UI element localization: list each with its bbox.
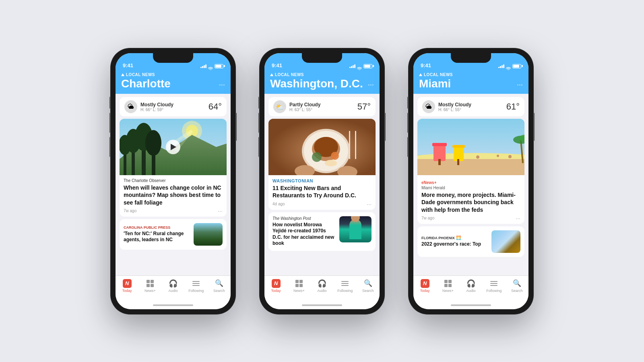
weather-card[interactable]: 🌥 Mostly Cloudy H: 66° L: 59° 64° [120, 97, 227, 116]
article-more-button[interactable]: ··· [516, 215, 520, 221]
tab-today[interactable]: N Today [117, 279, 137, 293]
tab-audio-label: Audio [466, 289, 475, 293]
battery-icon [512, 64, 521, 68]
tab-news-plus[interactable]: News+ [140, 279, 160, 293]
local-news-label: LOCAL NEWS [126, 72, 155, 77]
tab-audio[interactable]: 🎧 Audio [461, 279, 481, 293]
news-image-1 [268, 119, 376, 175]
location-arrow-icon [270, 73, 273, 76]
phone-charlotte: 9:41 LOCAL NEWS [111, 48, 235, 314]
tab-bar: N Today News+ 🎧 Audio Fol [264, 275, 380, 301]
news-card-1[interactable]: WASHINGTONIAN 11 Exciting New Bars and R… [268, 119, 376, 209]
app-header: LOCAL NEWS Charlotte ··· [116, 71, 231, 94]
svg-point-11 [145, 130, 161, 156]
home-indicator [264, 301, 380, 309]
news-card-1[interactable]: The Charlotte Observer When will leaves … [120, 119, 227, 217]
location-arrow-icon [121, 73, 124, 76]
news-image-1 [417, 119, 524, 175]
search-icon: 🔍 [363, 279, 372, 288]
wifi-icon [208, 64, 213, 68]
battery-icon [363, 64, 372, 68]
tab-today[interactable]: N Today [266, 279, 286, 293]
notch [451, 53, 491, 63]
tab-audio-label: Audio [168, 289, 178, 293]
article-headline: 11 Exciting New Bars and Restaurants to … [272, 184, 372, 199]
news-image-1 [120, 119, 227, 175]
enews-badge: eNews+ [421, 180, 437, 185]
svg-rect-34 [452, 145, 465, 148]
publisher-label: WASHINGTONIAN [272, 178, 372, 183]
tab-today-label: Today [420, 289, 430, 293]
tab-following[interactable]: Following [335, 279, 355, 293]
search-icon: 🔍 [512, 279, 521, 288]
weather-card[interactable]: ⛅ Partly Cloudy H: 63° L: 55° 57° [268, 97, 376, 116]
today-icon: N [272, 279, 281, 288]
article-more-button[interactable]: ··· [367, 201, 372, 207]
article-image [339, 216, 372, 242]
more-options-button[interactable]: ··· [219, 81, 225, 89]
tab-search[interactable]: 🔍 Search [507, 279, 527, 293]
tab-today-label: Today [122, 289, 132, 293]
more-options-button[interactable]: ··· [368, 81, 374, 89]
article-time: 7w ago [421, 216, 434, 220]
news-card-1[interactable]: eNews+ Miami Herald More money, more pro… [417, 119, 524, 224]
svg-rect-35 [457, 159, 459, 165]
small-article-headline: 'Ten for NC:' Rural change agents, leade… [124, 231, 190, 243]
article-image [491, 230, 520, 253]
svg-point-36 [476, 155, 479, 159]
news-card-2[interactable]: FLORIDA PHOENIX 🌅 2022 governor's race: … [417, 226, 524, 257]
svg-rect-30 [433, 145, 446, 161]
tab-audio[interactable]: 🎧 Audio [312, 279, 332, 293]
today-icon: N [123, 279, 132, 288]
tab-news-plus-label: News+ [144, 289, 156, 293]
audio-icon: 🎧 [318, 279, 326, 288]
publisher-label: FLORIDA PHOENIX 🌅 [421, 236, 488, 240]
status-icons [349, 64, 372, 68]
weather-high-low: H: 66° L: 55° [438, 108, 471, 112]
notch [302, 53, 342, 63]
audio-icon: 🎧 [169, 279, 178, 288]
tab-news-plus[interactable]: News+ [438, 279, 458, 293]
status-icons [498, 64, 521, 68]
tab-following[interactable]: Following [484, 279, 504, 293]
content-area: ⛅ Partly Cloudy H: 63° L: 55° 57° [264, 94, 380, 275]
status-time: 9:41 [272, 62, 282, 68]
audio-icon: 🎧 [466, 279, 475, 288]
news-card-2[interactable]: The Washington Post How novelist Morowa … [268, 212, 376, 251]
article-time: 7w ago [124, 209, 136, 213]
news-card-2[interactable]: CAROLINA Public Press 'Ten for NC:' Rura… [120, 219, 227, 250]
tab-following[interactable]: Following [186, 279, 206, 293]
content-area: 🌥 Mostly Cloudy H: 66° L: 59° 64° [116, 94, 231, 275]
tab-search-label: Search [362, 289, 374, 293]
weather-temperature: 57° [357, 101, 371, 112]
tab-search[interactable]: 🔍 Search [358, 279, 378, 293]
following-icon [489, 279, 498, 288]
more-options-button[interactable]: ··· [517, 81, 523, 89]
phone-washington: 9:41 LOCAL NEWS [260, 48, 384, 314]
tab-bar: N Today News+ 🎧 Audio Fol [116, 275, 231, 301]
svg-rect-24 [349, 131, 350, 159]
weather-icon: ⛅ [273, 100, 286, 113]
weather-temperature: 64° [208, 101, 222, 112]
tab-news-plus-label: News+ [442, 289, 454, 293]
article-more-button[interactable]: ··· [218, 208, 223, 214]
small-publisher-label: CAROLINA Public Press [124, 225, 190, 230]
tab-today[interactable]: N Today [415, 279, 435, 293]
article-headline: 2022 governor's race: Top [421, 241, 488, 248]
weather-card[interactable]: 🌥 Mostly Cloudy H: 66° L: 55° 61° [417, 97, 524, 116]
status-icons [200, 64, 223, 68]
city-name: Washington, D.C. [270, 78, 363, 90]
tab-search[interactable]: 🔍 Search [209, 279, 229, 293]
wifi-icon [357, 64, 362, 68]
news-plus-icon [444, 279, 452, 288]
local-news-label: LOCAL NEWS [275, 72, 304, 77]
tab-today-label: Today [271, 289, 281, 293]
tab-audio[interactable]: 🎧 Audio [163, 279, 183, 293]
content-area: 🌥 Mostly Cloudy H: 66° L: 55° 61° [413, 94, 528, 275]
svg-rect-29 [417, 159, 524, 175]
local-news-label: LOCAL NEWS [424, 72, 453, 77]
svg-rect-25 [355, 131, 356, 159]
svg-point-38 [508, 155, 512, 158]
notch [153, 53, 193, 63]
tab-news-plus[interactable]: News+ [289, 279, 309, 293]
